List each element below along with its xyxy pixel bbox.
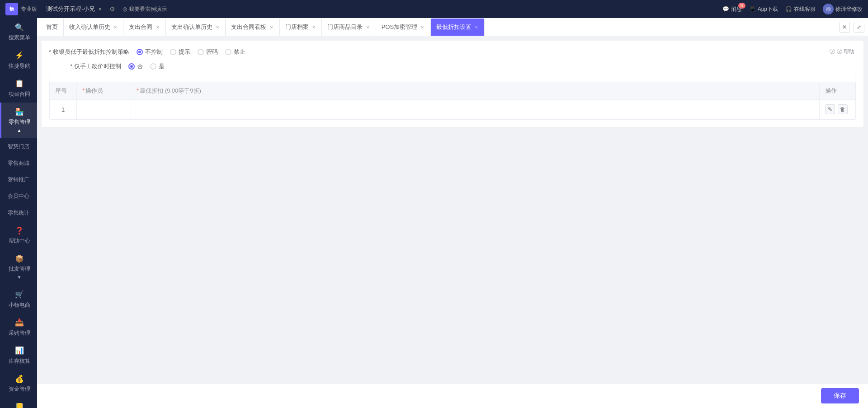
tab-payment-contract[interactable]: 支出合同 × — [123, 19, 165, 36]
save-button[interactable]: 保存 — [821, 388, 859, 403]
tab-store-goods-label: 门店商品目录 — [327, 23, 363, 31]
sidebar-item-member[interactable]: 会员中心 — [0, 188, 37, 205]
table-header-row: 序号 *操作员 *最低折扣 (9.00等于9折) 操作 — [50, 82, 856, 100]
tab-pos-security-close[interactable]: × — [420, 24, 425, 30]
logo-icon: 畅 — [5, 3, 18, 15]
sidebar-item-project[interactable]: 📋 项目合同 — [0, 74, 37, 102]
tab-store-goods[interactable]: 门店商品目录 × — [322, 19, 376, 36]
sidebar-label-marketing: 营销推广 — [8, 176, 29, 183]
radio-no-control-circle — [137, 49, 143, 55]
sidebar-item-wholesale[interactable]: 📦 批发管理 ▼ — [0, 249, 37, 285]
radio-forbidden-label: 禁止 — [234, 48, 245, 56]
logo: 畅 专业版 — [5, 3, 42, 15]
tab-payment-confirm[interactable]: 支出确认单历史 × — [166, 19, 226, 36]
radio-forbidden[interactable]: 禁止 — [225, 48, 245, 56]
tab-store-file-close[interactable]: × — [311, 24, 316, 30]
ecommerce-icon: 🛒 — [15, 290, 24, 300]
discount-strategy-row: * 收银员低于最低折扣控制策略 不控制 提示 密码 — [49, 48, 856, 56]
sidebar-item-marketing[interactable]: 营销推广 — [0, 171, 37, 188]
tab-store-file-label: 门店档案 — [285, 23, 309, 31]
sidebar-label-retail-mall: 零售商城 — [8, 159, 29, 167]
discount-table-scroll: 序号 *操作员 *最低折扣 (9.00等于9折) 操作 — [49, 77, 856, 120]
retail-icon: 🏪 — [15, 107, 24, 117]
sidebar-item-quicknav[interactable]: ⚡ 快捷导航 — [0, 46, 37, 74]
radio-manual-no-circle — [128, 63, 135, 70]
search-icon: 🔍 — [15, 23, 24, 33]
sidebar-item-retail-mall[interactable]: 零售商城 — [0, 155, 37, 172]
online-service-item[interactable]: 🎧 在线客服 — [785, 5, 816, 13]
radio-password[interactable]: 密码 — [198, 48, 218, 56]
tab-income-confirm[interactable]: 收入确认单历史 × — [64, 19, 123, 36]
app-download-item[interactable]: 📱 App下载 — [749, 5, 778, 13]
content-area: 首页 收入确认单历史 × 支出合同 × 支出确认单历史 × 支出合同看板 × 门… — [37, 18, 868, 408]
tab-close-button[interactable]: ✕ — [839, 22, 850, 33]
sidebar-item-smart-store[interactable]: 智慧门店 — [0, 138, 37, 155]
settings-icon[interactable]: ⚙ — [109, 5, 115, 13]
tab-income-confirm-close[interactable]: × — [113, 24, 118, 30]
tab-payment-confirm-close[interactable]: × — [215, 24, 220, 30]
sidebar-item-inventory[interactable]: 📊 库存核算 — [0, 341, 37, 369]
tab-maximize-button[interactable]: ⤢ — [854, 22, 864, 33]
cell-discount[interactable] — [131, 100, 820, 119]
demo-link-text: 我要看实例演示 — [129, 5, 167, 13]
main-layout: 🔍 搜索菜单 ⚡ 快捷导航 📋 项目合同 🏪 零售管理 ▲ 智慧门店 零售商城 … — [0, 18, 868, 408]
tab-payment-confirm-label: 支出确认单历史 — [171, 23, 212, 31]
radio-no-control-label: 不控制 — [145, 48, 163, 56]
sidebar-item-retail[interactable]: 🏪 零售管理 ▲ — [0, 103, 37, 138]
col-actions-header: 操作 — [820, 82, 856, 100]
radio-manual-no[interactable]: 否 — [128, 62, 143, 70]
delete-row-button[interactable]: 🗑 — [838, 104, 848, 114]
discount-strategy-label-text: * 收银员低于最低折扣控制策略 — [49, 48, 129, 55]
sidebar-label-wholesale: 批发管理 — [9, 265, 30, 273]
tab-home[interactable]: 首页 — [41, 19, 64, 36]
cell-operator[interactable] — [77, 100, 131, 119]
app-download-label: App下载 — [758, 5, 778, 13]
manual-price-radio-group: 否 是 — [128, 62, 165, 70]
tab-payment-board[interactable]: 支出合同看板 × — [226, 19, 279, 36]
demo-link[interactable]: ◎ 我要看实例演示 — [123, 5, 167, 13]
discount-strategy-label: * 收银员低于最低折扣控制策略 — [49, 48, 129, 56]
tab-bar: 首页 收入确认单历史 × 支出合同 × 支出确认单历史 × 支出合同看板 × 门… — [37, 18, 868, 36]
radio-no-control[interactable]: 不控制 — [137, 48, 163, 56]
finance-icon: 💰 — [15, 374, 24, 384]
radio-manual-yes[interactable]: 是 — [150, 62, 165, 70]
sidebar-item-purchase[interactable]: 📥 采购管理 — [0, 313, 37, 341]
discount-table: 序号 *操作员 *最低折扣 (9.00等于9折) 操作 — [49, 82, 856, 119]
page-footer: 保存 — [37, 383, 868, 408]
tab-payment-contract-close[interactable]: × — [155, 24, 160, 30]
demo-circle-icon: ◎ — [123, 6, 127, 12]
sidebar-item-ecommerce[interactable]: 🛒 小畅电商 — [0, 285, 37, 313]
help-link[interactable]: ⑦ ⑦ 帮助 — [830, 48, 854, 56]
tab-home-label: 首页 — [46, 23, 58, 31]
manual-price-label: * 仅手工改价时控制 — [49, 62, 121, 70]
top-bar-center: 测试分开示程-小兄 ▼ ⚙ ◎ 我要看实例演示 — [42, 5, 722, 13]
headset-icon: 🎧 — [785, 6, 792, 12]
sidebar-item-search[interactable]: 🔍 搜索菜单 — [0, 18, 37, 46]
sidebar-item-help[interactable]: ❓ 帮助中心 — [0, 221, 37, 249]
sidebar-item-ledger[interactable]: 📒 总账管理 — [0, 398, 37, 408]
user-item[interactable]: 徐 徐泽华修改 — [823, 4, 863, 14]
project-selector[interactable]: 测试分开示程-小兄 ▼ — [46, 5, 102, 13]
purchase-icon: 📥 — [15, 318, 24, 328]
tab-payment-board-close[interactable]: × — [269, 24, 274, 30]
tab-payment-contract-label: 支出合同 — [129, 23, 152, 31]
message-item[interactable]: 💬 消息 8 — [722, 5, 742, 13]
sidebar-item-retail-stat[interactable]: 零售统计 — [0, 205, 37, 221]
tab-store-file[interactable]: 门店档案 × — [280, 19, 322, 36]
help-label: ⑦ 帮助 — [837, 48, 854, 55]
radio-prompt[interactable]: 提示 — [170, 48, 190, 56]
online-service-label: 在线客服 — [794, 5, 816, 13]
manual-price-label-text: * 仅手工改价时控制 — [70, 63, 121, 70]
tab-min-discount-close[interactable]: × — [474, 24, 479, 30]
tab-min-discount[interactable]: 最低折扣设置 × — [431, 19, 485, 36]
help-icon: ⑦ — [830, 48, 835, 55]
edition-label: 专业版 — [21, 5, 37, 13]
radio-prompt-circle — [170, 49, 176, 55]
help-icon: ❓ — [15, 226, 24, 236]
tab-store-goods-close[interactable]: × — [365, 24, 370, 30]
message-badge: 8 — [738, 3, 745, 9]
edit-row-button[interactable]: ✎ — [825, 104, 835, 114]
tab-pos-security[interactable]: POS加密管理 × — [376, 19, 431, 36]
sidebar-item-finance[interactable]: 💰 资金管理 — [0, 370, 37, 398]
user-name: 徐泽华修改 — [835, 5, 863, 13]
